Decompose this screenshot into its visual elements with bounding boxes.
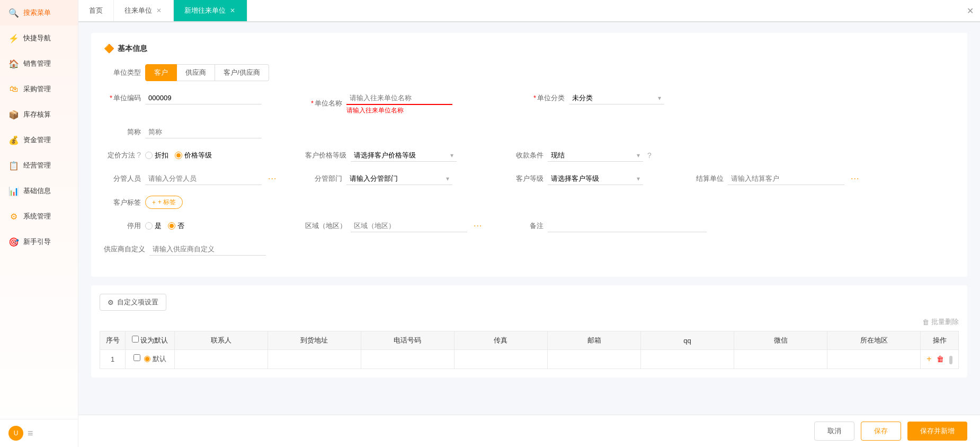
section-title: 🔶 基本信息 [104, 43, 955, 54]
sidebar-item-sales[interactable]: 🏠 销售管理 [0, 51, 78, 76]
tab-unit-new[interactable]: 新增往来单位 ✕ [174, 0, 247, 21]
tab-unit-list-close[interactable]: ✕ [155, 7, 163, 14]
address-input[interactable] [273, 356, 355, 363]
pricing-label: 定价方法 ? [104, 151, 141, 160]
select-all-checkbox[interactable] [132, 336, 139, 343]
tab-unit-new-close[interactable]: ✕ [229, 7, 236, 14]
code-name-row: *单位编码 *单位名称 请输入往来单位名称 *单位分类 [104, 92, 955, 115]
dept-label: 分管部门 [305, 174, 342, 183]
table-header-row: 序号 设为默认 联系人 到货地址 电话号码 传真 邮箱 qq 微信 所在地区 操… [100, 331, 959, 350]
col-phone: 电话号码 [361, 331, 454, 350]
email-input[interactable] [553, 356, 635, 363]
col-seq: 序号 [100, 331, 126, 350]
default-radio[interactable] [144, 356, 150, 362]
sidebar-item-basic[interactable]: 📊 基础信息 [0, 178, 78, 204]
basic-info-card: 🔶 基本信息 单位类型 客户 供应商 客户/供应商 *单位 [91, 33, 967, 277]
disabled-yes[interactable]: 是 [145, 221, 162, 231]
sidebar-item-purchase[interactable]: 🛍 采购管理 [0, 76, 78, 102]
settlement-field: 结算单位 ··· [687, 172, 955, 185]
discount-radio[interactable] [145, 152, 153, 159]
qq-input[interactable] [646, 356, 728, 363]
sidebar-item-finance[interactable]: 💰 资金管理 [0, 127, 78, 153]
wechat-input[interactable] [740, 356, 822, 363]
region-more-btn[interactable]: ··· [471, 221, 484, 231]
main-area: 首页 往来单位 ✕ 新增往来单位 ✕ ✕ 🔶 基本信息 单位类型 客户 [78, 0, 980, 447]
disabled-yes-radio[interactable] [145, 222, 153, 230]
name-error: 请输入往来单位名称 [346, 106, 452, 115]
col-wechat: 微信 [734, 331, 827, 350]
col-region: 所在地区 [827, 331, 921, 350]
fax-input[interactable] [460, 356, 542, 363]
supplier-custom-input[interactable] [149, 243, 266, 256]
sidebar-item-search[interactable]: 🔍 搜索菜单 [0, 0, 78, 25]
name-input[interactable] [346, 92, 452, 105]
sidebar-item-system[interactable]: ⚙ 系统管理 [0, 204, 78, 229]
category-select[interactable]: 未分类 [569, 92, 664, 104]
remark-input[interactable] [548, 220, 707, 232]
code-input[interactable] [145, 92, 262, 104]
default-radio-label[interactable]: 默认 [144, 354, 166, 364]
col-email: 邮箱 [547, 331, 640, 350]
manager-more-btn[interactable]: ··· [266, 174, 279, 183]
settlement-label: 结算单位 [687, 174, 724, 183]
code-label: *单位编码 [104, 93, 141, 103]
batch-delete-button[interactable]: 🗑 批量删除 [922, 317, 959, 327]
contact-input[interactable] [180, 356, 262, 363]
remark-field: 备注 [506, 220, 955, 232]
manager-label: 分管人员 [104, 174, 141, 183]
sidebar-item-quick-nav[interactable]: ⚡ 快捷导航 [0, 25, 78, 51]
avatar: U [8, 426, 23, 441]
save-add-button[interactable]: 保存并新增 [907, 422, 967, 441]
tab-unit-list[interactable]: 往来单位 ✕ [114, 0, 174, 21]
manager-input[interactable] [145, 172, 262, 185]
table-region-input[interactable] [833, 356, 915, 363]
sales-icon: 🏠 [8, 58, 19, 69]
short-name-input[interactable] [145, 126, 262, 138]
phone-input[interactable] [367, 356, 449, 363]
customer-level-select[interactable]: 请选择客户等级 [548, 172, 643, 185]
tab-close-all[interactable]: ✕ [960, 0, 980, 21]
tab-home[interactable]: 首页 [78, 0, 114, 21]
disabled-field: 停用 是 否 [104, 221, 305, 231]
region-input[interactable] [351, 220, 467, 232]
payment-help-icon[interactable]: ? [647, 151, 652, 160]
sidebar-item-inventory[interactable]: 📦 库存核算 [0, 102, 78, 127]
pricing-discount[interactable]: 折扣 [145, 151, 168, 160]
btn-supplier[interactable]: 供应商 [177, 64, 215, 81]
customer-level-field: 客户等级 请选择客户等级 [506, 172, 687, 185]
pricing-radio-group: 折扣 价格等级 [145, 151, 212, 160]
system-icon: ⚙ [8, 211, 19, 222]
level-radio[interactable] [175, 152, 182, 159]
cancel-button[interactable]: 取消 [814, 422, 854, 441]
tab-bar: 首页 往来单位 ✕ 新增往来单位 ✕ ✕ [78, 0, 980, 22]
row-checkbox[interactable] [133, 354, 140, 361]
sidebar-bottom: U ≡ [0, 419, 78, 447]
save-button[interactable]: 保存 [861, 422, 901, 441]
btn-customer[interactable]: 客户 [145, 64, 177, 81]
pricing-row: 定价方法 ? 折扣 价格等级 客户 [104, 149, 955, 162]
btn-both[interactable]: 客户/供应商 [215, 64, 269, 81]
pricing-level[interactable]: 价格等级 [175, 151, 212, 160]
disabled-no-radio[interactable] [168, 222, 175, 230]
row-delete-button[interactable]: 🗑 [937, 355, 944, 363]
disabled-no[interactable]: 否 [168, 221, 184, 231]
disabled-row: 停用 是 否 区域（地区） ··· [104, 220, 955, 232]
payment-select[interactable]: 现结 [548, 149, 643, 162]
settlement-more-btn[interactable]: ··· [849, 174, 861, 183]
dept-select[interactable]: 请输入分管部门 [346, 172, 452, 185]
pricing-help-icon[interactable]: ? [137, 151, 141, 159]
cell-seq: 1 [100, 350, 126, 369]
customer-price-select[interactable]: 请选择客户价格等级 [351, 149, 457, 162]
row-add-button[interactable]: + [926, 354, 931, 363]
pricing-field: 定价方法 ? 折扣 价格等级 [104, 151, 305, 160]
settlement-input[interactable] [728, 172, 844, 185]
custom-settings-button[interactable]: ⚙ 自定义项设置 [100, 294, 166, 311]
add-tag-button[interactable]: + + 标签 [145, 196, 183, 209]
region-field: 区域（地区） ··· [305, 220, 506, 232]
drag-handle[interactable] [949, 356, 952, 364]
settings-icon: ⚙ [108, 299, 114, 306]
table-row: 1 默认 [100, 350, 959, 369]
sidebar-item-operations[interactable]: 📋 经营管理 [0, 153, 78, 178]
sidebar-item-newbie[interactable]: 🎯 新手引导 [0, 229, 78, 255]
disabled-label: 停用 [104, 221, 141, 231]
